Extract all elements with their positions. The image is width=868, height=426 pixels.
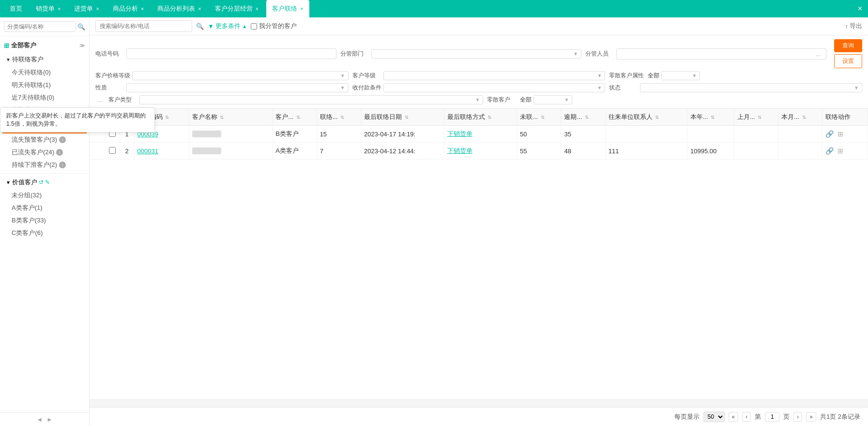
nav-tab-customer-layer[interactable]: 客户分层经营 × (209, 0, 264, 17)
nav-tab-analysis-list-close[interactable]: × (198, 6, 201, 12)
next-page-btn[interactable]: › (793, 412, 802, 422)
th-overdue[interactable]: 逾期... ⇅ (561, 109, 605, 126)
th-last-method[interactable]: 最后联络方式 ⇅ (444, 109, 517, 126)
sidebar-item-churn-warning[interactable]: 流失预警客户(3) i (0, 133, 89, 146)
row2-link-icon[interactable]: 🔗 (825, 147, 834, 155)
row1-grid-icon[interactable]: ⊞ (838, 130, 843, 138)
row2-last-method[interactable]: 下销货单 (444, 143, 517, 160)
th-type-sort[interactable]: ⇅ (296, 115, 300, 120)
gender-select[interactable]: ▼ (126, 83, 349, 92)
nav-tab-customer-layer-close[interactable]: × (256, 6, 259, 12)
retail-attr-select[interactable]: ▼ (661, 71, 700, 80)
nav-tab-analysis[interactable]: 商品分析 × (107, 0, 150, 17)
sidebar-value-a[interactable]: A类客户(1) (0, 202, 89, 214)
sidebar-prev-btn[interactable]: ◄ (36, 416, 43, 423)
sidebar-value-ungroup[interactable]: 未分组(32) (0, 189, 89, 202)
export-button[interactable]: ↑ 导出 (845, 22, 863, 30)
filter-ellipsis-btn[interactable]: ... (95, 96, 105, 103)
filter-search-icon[interactable]: 🔍 (196, 23, 204, 30)
th-this-month-sort[interactable]: ⇅ (802, 115, 806, 120)
last-page-btn[interactable]: » (806, 412, 816, 422)
row1-last-method[interactable]: 下销货单 (444, 126, 517, 143)
th-this-year-sort[interactable]: ⇅ (711, 115, 715, 120)
row2-this-year: 10995.00 (687, 143, 734, 160)
row2-last-method-link[interactable]: 下销货单 (447, 147, 472, 154)
query-button[interactable]: 查询 (834, 39, 862, 52)
more-conditions-btn[interactable]: ▼ 更多条件 ▲ (208, 22, 247, 30)
row2-code[interactable]: 000031 (134, 143, 189, 160)
th-type[interactable]: 客户... ⇅ (273, 109, 317, 126)
sidebar-next-btn[interactable]: ► (46, 416, 53, 423)
sidebar-root-all-customers[interactable]: ⊞ 全部客户 ≫ (0, 38, 89, 53)
status-select[interactable]: ▼ (640, 83, 862, 92)
th-this-year[interactable]: 本年... ⇅ (687, 109, 734, 126)
first-page-btn[interactable]: « (729, 412, 739, 422)
th-code-sort[interactable]: ⇅ (165, 115, 169, 120)
phone-input[interactable] (126, 48, 336, 59)
th-name[interactable]: 客户名称 ⇅ (189, 109, 273, 126)
sidebar-item-today[interactable]: 今天待联络(0) (0, 66, 89, 79)
nav-tab-sales-close[interactable]: × (58, 6, 61, 12)
nav-tab-customer-contact[interactable]: 客户联络 × (266, 0, 309, 17)
nav-tab-customer-contact-close[interactable]: × (300, 6, 303, 12)
th-uncontacted-sort[interactable]: ⇅ (541, 115, 545, 120)
th-contact-person[interactable]: 往来单位联系人 ⇅ (605, 109, 687, 126)
payment-select[interactable]: ▼ (383, 83, 606, 92)
close-all-button[interactable]: × (858, 4, 862, 13)
branch-person-select[interactable]: ... (616, 48, 826, 59)
th-last-date[interactable]: 最后联络日期 ⇅ (361, 109, 444, 126)
row2-code-link[interactable]: 000031 (137, 147, 158, 155)
row1-link-icon[interactable]: 🔗 (825, 130, 834, 138)
per-page-select[interactable]: 50 (703, 411, 725, 422)
th-last-method-sort[interactable]: ⇅ (487, 115, 491, 120)
nav-tab-home[interactable]: 首页 (4, 0, 28, 17)
branch-person-ellipsis[interactable]: ... (814, 50, 823, 58)
row1-last-date: 2023-04-17 14:19: (361, 126, 444, 143)
th-last-month-sort[interactable]: ⇅ (758, 115, 761, 120)
nav-tab-purchase[interactable]: 进货单 × (68, 0, 105, 17)
row2-checkbox[interactable] (109, 147, 116, 154)
edit-icon[interactable]: ✎ (45, 179, 50, 186)
page-input[interactable] (765, 412, 779, 422)
horizontal-scrollbar[interactable] (90, 399, 868, 407)
th-contact-person-sort[interactable]: ⇅ (655, 115, 659, 120)
sidebar-item-tomorrow[interactable]: 明天待联络(1) (0, 79, 89, 91)
sidebar-item-churned[interactable]: 已流失客户(24) i (0, 146, 89, 159)
nav-tab-analysis-list[interactable]: 商品分析列表 × (152, 0, 207, 17)
nav-tab-analysis-close[interactable]: × (141, 6, 144, 12)
th-uncontacted[interactable]: 未联... ⇅ (517, 109, 561, 126)
nav-tab-purchase-close[interactable]: × (96, 6, 99, 12)
branch-dept-chevron: ▼ (573, 51, 578, 57)
my-customer-checkbox-label[interactable]: 我分管的客户 (251, 22, 297, 30)
branch-dept-select[interactable]: ▼ (371, 49, 581, 59)
customer-level-select[interactable]: ▼ (383, 71, 606, 80)
sidebar-collapse-icon[interactable]: ≫ (79, 43, 85, 49)
sidebar-section-pending-header[interactable]: ▼ 待联络客户 (0, 53, 89, 66)
sidebar-item-7days[interactable]: 近7天待联络(0) (0, 91, 89, 104)
my-customer-checkbox[interactable] (251, 23, 257, 29)
customer-type-select[interactable]: ▼ (139, 95, 484, 104)
th-last-date-sort[interactable]: ⇅ (405, 115, 409, 120)
th-name-sort[interactable]: ⇅ (220, 115, 224, 120)
prev-page-btn[interactable]: ‹ (742, 412, 751, 422)
sidebar-value-b[interactable]: B类客户(33) (0, 214, 89, 227)
th-contact-sort[interactable]: ⇅ (340, 115, 344, 120)
row2-checkbox-cell[interactable] (105, 143, 120, 160)
th-last-month[interactable]: 上月... ⇅ (734, 109, 778, 126)
th-this-month[interactable]: 本月... ⇅ (778, 109, 822, 126)
th-overdue-sort[interactable]: ⇅ (585, 115, 589, 120)
row2-grid-icon[interactable]: ⊞ (838, 147, 843, 155)
refresh-icon[interactable]: ↺ (39, 179, 44, 186)
row1-last-method-link[interactable]: 下销货单 (447, 130, 472, 137)
setting-button[interactable]: 设置 (834, 54, 862, 68)
nav-tab-sales[interactable]: 销货单 × (30, 0, 66, 17)
sidebar-item-declining[interactable]: 持续下滑客户(2) i (0, 159, 89, 171)
th-contact-count[interactable]: 联络... ⇅ (317, 109, 361, 126)
retail-customer-select[interactable]: ▼ (533, 95, 572, 104)
search-input[interactable] (95, 20, 192, 32)
sidebar-search-icon[interactable]: 🔍 (77, 23, 85, 30)
sidebar-value-c[interactable]: C类客户(6) (0, 227, 89, 239)
sidebar-search-input[interactable] (4, 21, 76, 32)
price-level-select[interactable]: ▼ (132, 71, 349, 80)
sidebar-churned-label: 已流失客户(24) (12, 148, 54, 157)
